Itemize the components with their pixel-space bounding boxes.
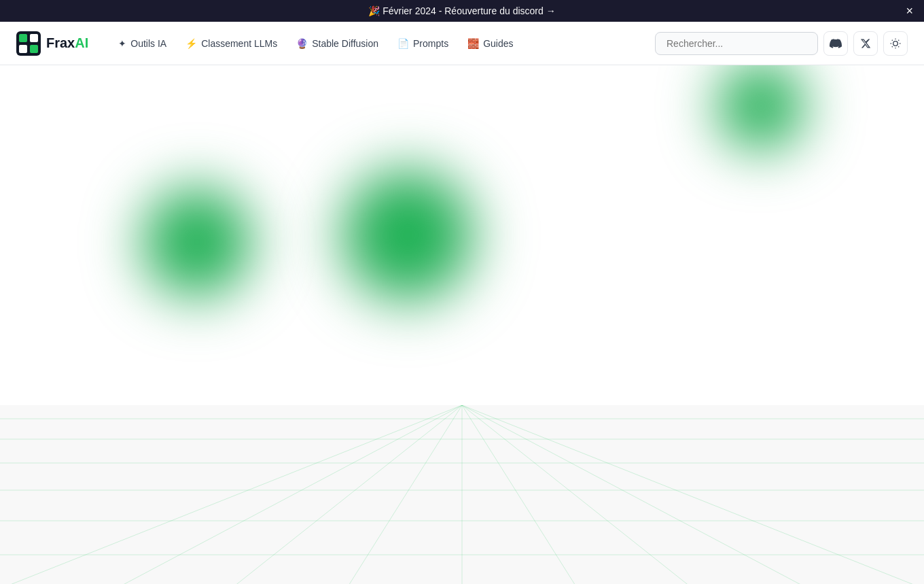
perspective-grid: .grid-line { stroke: #22c55e; stroke-wid…	[0, 405, 924, 584]
guides-icon: 🧱	[467, 38, 479, 49]
nav-link-prompts[interactable]: 📄 Prompts	[389, 33, 457, 54]
svg-line-23	[231, 405, 462, 584]
svg-line-28	[462, 405, 808, 584]
logo-text: FraxAI	[46, 35, 88, 51]
hero-section	[0, 65, 924, 405]
nav-link-classement-llms[interactable]: ⚡ Classement LLMs	[177, 33, 285, 54]
nav-link-outils-ia-label: Outils IA	[130, 38, 166, 49]
green-blob-top-right	[707, 65, 815, 160]
svg-line-21	[0, 405, 462, 584]
svg-line-29	[462, 405, 924, 584]
nav-right	[655, 31, 908, 56]
nav-link-stable-diffusion[interactable]: 🔮 Stable Diffusion	[288, 33, 387, 54]
nav-link-outils-ia[interactable]: ✦ Outils IA	[110, 33, 175, 54]
nav-link-guides[interactable]: 🧱 Guides	[459, 33, 521, 54]
outils-ia-icon: ✦	[118, 38, 126, 49]
logo[interactable]: FraxAI	[16, 31, 88, 56]
svg-point-5	[893, 41, 898, 46]
logo-icon	[16, 31, 41, 56]
svg-line-24	[346, 405, 462, 584]
svg-line-12	[892, 46, 893, 47]
theme-toggle-button[interactable]	[883, 31, 908, 56]
svg-line-22	[116, 405, 462, 584]
svg-rect-3	[30, 34, 38, 42]
nav-link-stable-diffusion-label: Stable Diffusion	[312, 38, 378, 49]
svg-rect-4	[30, 45, 38, 53]
announcement-text: 🎉 Février 2024 - Réouverture du discord …	[368, 5, 555, 16]
navbar: FraxAI ✦ Outils IA ⚡ Classement LLMs 🔮 S…	[0, 22, 924, 65]
prompts-icon: 📄	[397, 38, 409, 49]
svg-line-27	[462, 405, 693, 584]
svg-rect-1	[19, 34, 27, 42]
nav-link-classement-llms-label: Classement LLMs	[201, 38, 277, 49]
discord-icon	[830, 37, 842, 50]
svg-line-26	[462, 405, 578, 584]
twitter-button[interactable]	[853, 31, 878, 56]
announcement-bar: 🎉 Février 2024 - Réouverture du discord …	[0, 0, 924, 22]
stable-diffusion-icon: 🔮	[296, 38, 308, 49]
twitter-icon	[860, 38, 871, 49]
green-blob-left	[129, 174, 265, 310]
classement-llms-icon: ⚡	[185, 38, 197, 49]
svg-rect-2	[19, 45, 27, 53]
svg-line-13	[898, 39, 899, 40]
nav-link-prompts-label: Prompts	[413, 38, 448, 49]
announcement-close-button[interactable]: ×	[906, 5, 913, 17]
nav-link-guides-label: Guides	[483, 38, 513, 49]
search-input[interactable]	[655, 32, 818, 55]
svg-line-9	[898, 46, 899, 47]
theme-toggle-icon	[890, 38, 901, 49]
discord-button[interactable]	[823, 31, 848, 56]
nav-links: ✦ Outils IA ⚡ Classement LLMs 🔮 Stable D…	[110, 33, 655, 54]
grid-floor-section: .grid-line { stroke: #22c55e; stroke-wid…	[0, 405, 924, 584]
svg-line-8	[892, 39, 893, 40]
green-blob-center	[326, 154, 489, 317]
